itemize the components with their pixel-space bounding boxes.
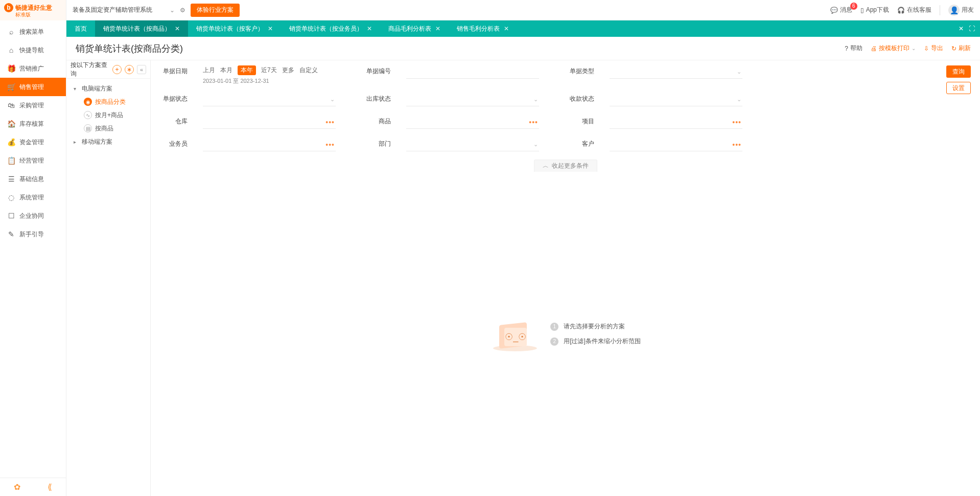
date-chip[interactable]: 上月 xyxy=(203,66,215,75)
close-icon[interactable]: ✕ xyxy=(175,25,180,32)
date-chip[interactable]: 更多 xyxy=(282,66,294,75)
sidebar-item[interactable]: 🏠库存核算 xyxy=(0,115,66,133)
tab[interactable]: 销售毛利分析表✕ xyxy=(449,20,517,37)
customer-select[interactable]: ••• xyxy=(610,138,742,151)
close-icon[interactable]: ✕ xyxy=(504,25,509,32)
label-dept: 部门 xyxy=(351,138,391,149)
menu-icon: ✎ xyxy=(7,230,15,238)
collapse-filters-button[interactable]: ︿ 收起更多条件 xyxy=(534,160,597,172)
menu-icon: ☰ xyxy=(7,175,15,183)
sidebar-item[interactable]: 🛒销售管理 xyxy=(0,78,66,96)
date-chip[interactable]: 本月 xyxy=(220,66,232,75)
app-download-link[interactable]: ▯ App下载 xyxy=(860,6,889,14)
tab[interactable]: 首页 xyxy=(66,20,95,37)
gear-icon[interactable]: ⚙ xyxy=(180,7,185,14)
tree-child-product[interactable]: ▤ 按商品 xyxy=(66,122,150,135)
user-menu[interactable]: 👤 用友 xyxy=(948,5,974,16)
sidebar-item[interactable]: ⌂快捷导航 xyxy=(0,41,66,59)
settings-icon[interactable]: ✿ xyxy=(14,482,20,492)
chevron-up-icon: ︿ xyxy=(543,162,549,170)
project-select[interactable]: ••• xyxy=(610,116,742,129)
main: 装备及固定资产辅助管理系统 ⌄ ⚙ 体验行业方案 💬 消息 6 ▯ App下载 … xyxy=(66,0,980,496)
label-customer: 客户 xyxy=(554,138,594,149)
chevron-down-icon: ⌄ xyxy=(533,96,538,103)
sidebar-item[interactable]: 💰资金管理 xyxy=(0,133,66,151)
close-icon[interactable]: ✕ xyxy=(435,25,440,32)
refresh-action[interactable]: ↻刷新 xyxy=(951,44,971,53)
doc-no-input[interactable] xyxy=(406,65,539,79)
settings-button[interactable]: 设置 xyxy=(946,82,971,94)
product-select[interactable]: ••• xyxy=(406,116,539,129)
menu-icon: 💰 xyxy=(7,138,15,146)
date-chip[interactable]: 本年 xyxy=(238,65,256,75)
print-action[interactable]: 🖨按模板打印⌄ xyxy=(871,44,916,53)
export-icon: ⇩ xyxy=(924,45,929,52)
chevron-down-icon: ⌄ xyxy=(533,141,538,148)
collapse-sidebar-icon[interactable]: ⟪ xyxy=(48,482,52,492)
sidebar-item[interactable]: ☰基础信息 xyxy=(0,170,66,188)
fullscreen-icon[interactable]: ⛶ xyxy=(969,25,975,32)
tree-child-month-product[interactable]: ∿ 按月+商品 xyxy=(66,108,150,122)
message-badge: 6 xyxy=(850,3,857,10)
tab[interactable]: 销货单统计表（按客户）✕ xyxy=(188,20,281,37)
sidebar-item[interactable]: 🛍采购管理 xyxy=(0,96,66,115)
doc-status-select[interactable]: ⌄ xyxy=(203,93,336,106)
export-action[interactable]: ⇩导出 xyxy=(924,44,943,53)
tree-node-pc[interactable]: ▾ 电脑端方案 xyxy=(66,82,150,95)
system-selector[interactable]: 装备及固定资产辅助管理系统 ⌄ xyxy=(73,6,175,14)
date-chip[interactable]: 自定义 xyxy=(299,66,318,75)
label-pay-status: 收款状态 xyxy=(554,93,594,104)
chevron-down-icon: ⌄ xyxy=(737,96,741,103)
more-icon: ••• xyxy=(325,141,335,149)
menu-label: 采购管理 xyxy=(19,101,44,110)
label-product: 商品 xyxy=(351,116,391,127)
date-chip[interactable]: 近7天 xyxy=(261,66,277,75)
salesman-select[interactable]: ••• xyxy=(203,138,336,151)
sidebar-item[interactable]: 🎁营销推广 xyxy=(0,59,66,78)
chevron-down-icon: ⌄ xyxy=(170,7,175,14)
scheme-settings-button[interactable]: ∗ xyxy=(125,65,134,74)
out-status-select[interactable]: ⌄ xyxy=(406,93,539,106)
menu-icon: ⌂ xyxy=(7,46,15,54)
tree-child-product-category[interactable]: ◉ 按商品分类 xyxy=(66,95,150,108)
step-number: 2 xyxy=(550,337,558,346)
label-out-status: 出库状态 xyxy=(351,93,391,104)
close-tabs-icon[interactable]: ✕ xyxy=(959,25,964,32)
warehouse-select[interactable]: ••• xyxy=(203,116,336,129)
experience-button[interactable]: 体验行业方案 xyxy=(191,4,240,17)
label-doc-type: 单据类型 xyxy=(554,65,594,77)
sidebar-item[interactable]: ⌕搜索菜单 xyxy=(0,22,66,41)
logo-area: b 畅捷通好生意 标准版 xyxy=(0,0,66,20)
sidebar-item[interactable]: 📋经营管理 xyxy=(0,151,66,170)
doc-type-select[interactable]: ⌄ xyxy=(610,65,742,79)
close-icon[interactable]: ✕ xyxy=(268,25,273,32)
close-icon[interactable]: ✕ xyxy=(367,25,372,32)
tab[interactable]: 销货单统计表（按业务员）✕ xyxy=(281,20,380,37)
add-scheme-button[interactable]: + xyxy=(112,65,122,74)
menu-icon: 🛒 xyxy=(7,83,15,91)
menu-icon: 🎁 xyxy=(7,64,15,73)
menu-label: 库存核算 xyxy=(19,120,44,128)
refresh-icon: ↻ xyxy=(951,45,956,52)
tree-node-mobile[interactable]: ▸ 移动端方案 xyxy=(66,135,150,148)
search-button[interactable]: 查询 xyxy=(946,65,971,78)
sidebar-item[interactable]: ✎新手引导 xyxy=(0,225,66,243)
chart-icon: ∿ xyxy=(84,111,92,119)
messages-link[interactable]: 💬 消息 6 xyxy=(830,6,852,14)
pie-icon: ◉ xyxy=(84,98,92,106)
menu-label: 经营管理 xyxy=(19,156,44,165)
scheme-header: 按以下方案查询 + ∗ « xyxy=(66,60,150,79)
tab[interactable]: 商品毛利分析表✕ xyxy=(380,20,449,37)
tab[interactable]: 销货单统计表（按商品）✕ xyxy=(95,20,188,37)
list-icon: ▤ xyxy=(84,124,92,132)
empty-step-1: 1 请先选择要分析的方案 xyxy=(550,322,641,331)
menu-label: 基础信息 xyxy=(19,175,44,184)
customer-service-link[interactable]: 🎧 在线客服 xyxy=(897,6,931,14)
sidebar-item[interactable]: ☐企业协同 xyxy=(0,207,66,225)
help-action[interactable]: ?帮助 xyxy=(845,44,862,53)
menu-icon: ☐ xyxy=(7,212,15,220)
sidebar-item[interactable]: ◌系统管理 xyxy=(0,188,66,207)
collapse-panel-button[interactable]: « xyxy=(137,65,146,74)
dept-select[interactable]: ⌄ xyxy=(406,138,539,151)
pay-status-select[interactable]: ⌄ xyxy=(610,93,742,106)
